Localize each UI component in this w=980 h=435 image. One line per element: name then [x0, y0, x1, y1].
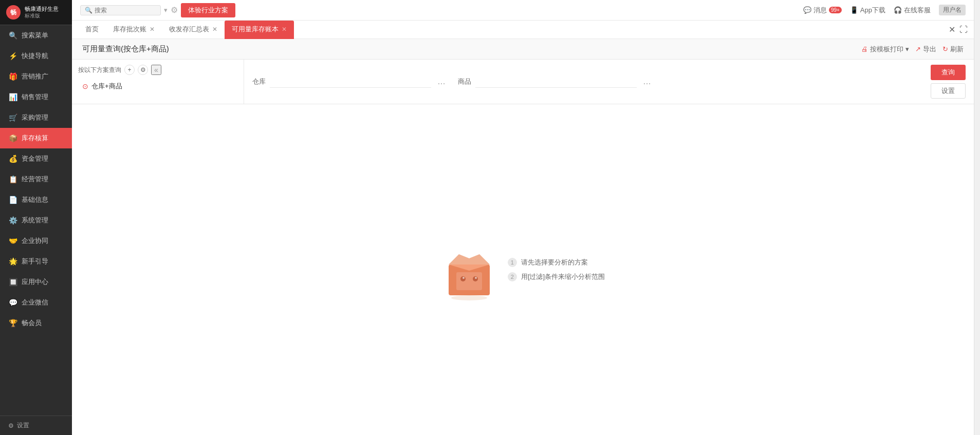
sidebar-item-wechat[interactable]: 💬 企业微信	[0, 292, 72, 313]
message-button[interactable]: 💬 消息 99+	[803, 6, 842, 15]
online-service-button[interactable]: 🎧 在线客服	[894, 6, 931, 15]
sidebar-item-label: 基础信息	[22, 195, 48, 204]
service-label: 在线客服	[904, 6, 931, 15]
warehouse-input[interactable]	[270, 75, 431, 88]
sidebar-header: 畅 畅康通好生意 标准版	[0, 0, 72, 25]
sidebar-item-enterprise[interactable]: 🤝 企业协同	[0, 231, 72, 251]
tab-close-icon[interactable]: ✕	[212, 26, 217, 33]
export-label: 导出	[923, 45, 936, 54]
sidebar-item-membership[interactable]: 🏆 畅会员	[0, 313, 72, 333]
product-field: 商品 …	[458, 75, 653, 88]
sidebar-item-marketing[interactable]: 🎁 营销推广	[0, 66, 72, 87]
empty-state: 1 请先选择要分析的方案 2 用[过滤]条件来缩小分析范围	[72, 104, 974, 435]
query-actions: 查询 设置	[922, 60, 974, 104]
empty-illustration	[441, 244, 492, 295]
product-field-label: 商品	[458, 77, 471, 86]
printer-icon: 🖨	[861, 45, 868, 53]
phone-icon: 📱	[850, 6, 858, 14]
sidebar-item-base-info[interactable]: 📄 基础信息	[0, 190, 72, 210]
main-area: 🔍 ▾ ⚙ 体验行业方案 💬 消息 99+ 📱 App下载 🎧 在线客服 用户	[72, 0, 974, 435]
sidebar-footer-settings[interactable]: ⚙ 设置	[0, 415, 72, 435]
sidebar-item-newbie[interactable]: 🌟 新手引导	[0, 251, 72, 272]
tab-close-icon[interactable]: ✕	[150, 26, 155, 33]
sidebar-item-purchase[interactable]: 🛒 采购管理	[0, 107, 72, 128]
tab-close-all-button[interactable]: ✕	[949, 25, 955, 34]
tab-close-icon[interactable]: ✕	[282, 26, 287, 33]
query-area: 按以下方案查询 + ⚙ « ⊙ 仓库+商品 仓库 … 商品 … 查	[72, 60, 974, 104]
sidebar-item-label: 新手引导	[22, 257, 48, 266]
sidebar-item-search[interactable]: 🔍 搜索菜单	[0, 25, 72, 46]
empty-hint-2: 2 用[过滤]条件来缩小分析范围	[508, 272, 605, 281]
scheme-item-warehouse-product[interactable]: ⊙ 仓库+商品	[78, 79, 237, 93]
warehouse-more-icon[interactable]: …	[435, 78, 448, 86]
tab-maximize-button[interactable]: ⛶	[959, 25, 968, 34]
product-input[interactable]	[475, 75, 637, 88]
app-download-button[interactable]: 📱 App下载	[850, 6, 885, 15]
tab-batch-ledger[interactable]: 库存批次账 ✕	[106, 21, 162, 39]
query-button[interactable]: 查询	[931, 65, 966, 80]
dropdown-icon[interactable]: ▾	[905, 45, 909, 53]
top-bar-right: 💬 消息 99+ 📱 App下载 🎧 在线客服 用户名	[803, 5, 966, 15]
tabs-bar: 首页 库存批次账 ✕ 收发存汇总表 ✕ 可用量库存账本 ✕ ✕ ⛶	[72, 21, 974, 39]
lightning-icon: ⚡	[8, 51, 17, 61]
user-avatar[interactable]: 用户名	[939, 5, 966, 15]
sidebar-item-label: 企业协同	[22, 236, 48, 245]
user-name: 用户名	[943, 6, 961, 13]
box-face-bg	[456, 272, 482, 290]
left-eye-shine	[463, 277, 465, 279]
sidebar-item-system[interactable]: ⚙️ 系统管理	[0, 210, 72, 231]
settings-icon[interactable]: ⚙	[171, 5, 178, 15]
sidebar-item-finance[interactable]: 💰 资金管理	[0, 148, 72, 169]
warehouse-field: 仓库 …	[252, 75, 448, 88]
dropdown-arrow-icon[interactable]: ▾	[164, 6, 168, 14]
sidebar-item-label: 销售管理	[22, 92, 48, 102]
sidebar-item-inventory[interactable]: 📦 库存核算	[0, 128, 72, 148]
sidebar-item-label: 资金管理	[22, 154, 48, 163]
sidebar-item-shortcut[interactable]: ⚡ 快捷导航	[0, 46, 72, 66]
tab-batch-ledger-label: 库存批次账	[113, 25, 146, 34]
tab-home[interactable]: 首页	[78, 21, 106, 39]
sidebar-edition: 标准版	[25, 12, 59, 20]
setting-button[interactable]: 设置	[931, 83, 966, 99]
sidebar-item-label: 畅会员	[22, 318, 42, 328]
industry-solution-button[interactable]: 体验行业方案	[181, 3, 235, 17]
collapse-scheme-button[interactable]: «	[151, 65, 161, 75]
empty-hints: 1 请先选择要分析的方案 2 用[过滤]条件来缩小分析范围	[508, 258, 605, 281]
sidebar-item-sales[interactable]: 📊 销售管理	[0, 87, 72, 107]
message-badge: 99+	[829, 7, 842, 13]
hint-num-1: 1	[508, 258, 517, 267]
sidebar-item-label: 搜索菜单	[22, 31, 48, 40]
sidebar-item-label: 经营管理	[22, 175, 48, 184]
settings-scheme-button[interactable]: ⚙	[138, 65, 148, 75]
empty-svg	[441, 244, 497, 300]
add-scheme-button[interactable]: +	[124, 65, 135, 75]
sidebar-item-label: 快捷导航	[22, 51, 48, 61]
hint-text-1: 请先选择要分析的方案	[521, 258, 588, 267]
product-more-icon[interactable]: …	[641, 78, 653, 86]
refresh-label: 刷新	[950, 45, 964, 54]
warehouse-field-label: 仓库	[252, 77, 266, 86]
sidebar-item-label: 应用中心	[22, 277, 48, 287]
export-icon: ↗	[915, 45, 921, 53]
export-button[interactable]: ↗ 导出	[915, 45, 936, 54]
tab-delivery-summary[interactable]: 收发存汇总表 ✕	[162, 21, 225, 39]
hint-num-2: 2	[508, 272, 517, 281]
tab-actions: ✕ ⛶	[949, 25, 968, 34]
search-icon: 🔍	[85, 7, 93, 14]
refresh-button[interactable]: ↻ 刷新	[942, 45, 964, 54]
trophy-icon: 🏆	[8, 318, 17, 328]
right-scrollbar[interactable]	[974, 0, 980, 435]
sidebar-item-label: 系统管理	[22, 216, 48, 225]
sidebar-item-label: 采购管理	[22, 113, 48, 122]
gift-icon: 🎁	[8, 72, 17, 81]
tab-available-ledger[interactable]: 可用量库存账本 ✕	[225, 21, 294, 39]
top-bar: 🔍 ▾ ⚙ 体验行业方案 💬 消息 99+ 📱 App下载 🎧 在线客服 用户	[72, 0, 974, 21]
right-eye-shine	[475, 277, 477, 279]
tab-delivery-summary-label: 收发存汇总表	[169, 25, 209, 34]
search-input[interactable]	[95, 7, 156, 14]
sidebar-item-app-center[interactable]: 🔲 应用中心	[0, 272, 72, 292]
sidebar-item-operations[interactable]: 📋 经营管理	[0, 169, 72, 190]
box-flap-left	[449, 254, 469, 264]
chat-icon: 💬	[8, 298, 17, 307]
print-button[interactable]: 🖨 按模板打印 ▾	[861, 45, 909, 54]
